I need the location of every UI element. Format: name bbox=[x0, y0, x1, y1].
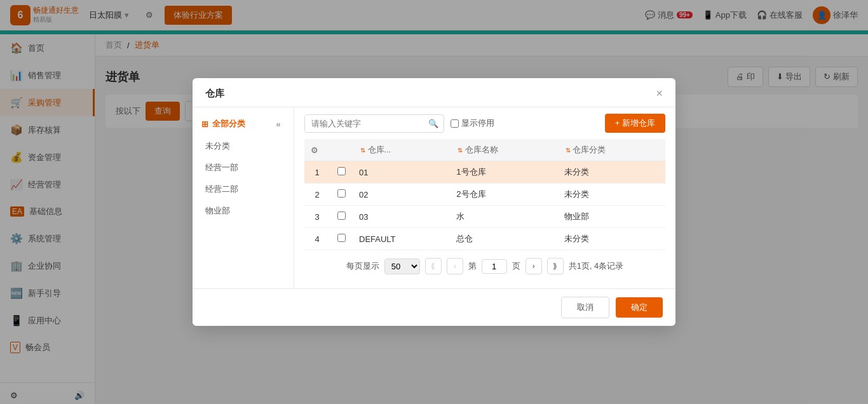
page-size-label: 每页显示 bbox=[346, 260, 379, 272]
row-settings-4: 4 bbox=[304, 228, 330, 250]
category-sidebar: ⊞ 全部分类 « 未分类 经营一部 经营二部 物业部 bbox=[193, 107, 294, 288]
row-checkbox-1[interactable] bbox=[337, 167, 346, 175]
th-code: ⇅ 仓库... bbox=[353, 139, 450, 161]
show-disabled-checkbox[interactable] bbox=[451, 119, 459, 128]
prev-page-button[interactable]: ‹ bbox=[447, 258, 463, 274]
row-settings-1: 1 bbox=[304, 161, 330, 184]
warehouse-table: ⚙ ⇅ 仓库... ⇅ 仓库名称 ⇅ 仓库分类 bbox=[304, 139, 665, 250]
row-checkbox-4[interactable] bbox=[337, 234, 346, 242]
th-name: ⇅ 仓库名称 bbox=[450, 139, 557, 161]
table-body: 1 01 1号仓库 未分类 2 02 2号仓库 bbox=[304, 161, 665, 250]
dialog-close-button[interactable]: × bbox=[656, 87, 663, 100]
table-row[interactable]: 3 03 水 物业部 bbox=[304, 206, 665, 228]
sort-icon-code: ⇅ bbox=[360, 147, 365, 154]
dialog-overlay: 仓库 × ⊞ 全部分类 « 未分类 经营一部 经营二部 物业部 bbox=[0, 0, 868, 404]
all-categories-label: 全部分类 bbox=[212, 118, 245, 130]
th-category: ⇅ 仓库分类 bbox=[558, 139, 665, 161]
category-item-dept1[interactable]: 经营一部 bbox=[193, 157, 294, 178]
row-check-3[interactable] bbox=[330, 206, 353, 228]
page-label: 第 bbox=[468, 260, 477, 272]
page-size-select[interactable]: 50 10 20 100 bbox=[384, 259, 420, 274]
dialog-body: ⊞ 全部分类 « 未分类 经营一部 经营二部 物业部 🔍 bbox=[193, 107, 675, 288]
show-disabled-label[interactable]: 显示停用 bbox=[451, 118, 494, 129]
next-page-button[interactable]: › bbox=[526, 258, 542, 274]
dialog-header: 仓库 × bbox=[193, 78, 675, 107]
total-info: 共1页, 4条记录 bbox=[569, 260, 624, 272]
row-code-1: 01 bbox=[353, 161, 450, 184]
th-settings: ⚙ bbox=[304, 139, 330, 161]
table-header-row: ⚙ ⇅ 仓库... ⇅ 仓库名称 ⇅ 仓库分类 bbox=[304, 139, 665, 161]
row-code-2: 02 bbox=[353, 184, 450, 206]
row-code-3: 03 bbox=[353, 206, 450, 228]
search-input[interactable] bbox=[305, 115, 423, 132]
search-icon[interactable]: 🔍 bbox=[423, 115, 444, 132]
category-item-property[interactable]: 物业部 bbox=[193, 200, 294, 222]
dialog-footer: 取消 确定 bbox=[193, 288, 675, 326]
warehouse-dialog: 仓库 × ⊞ 全部分类 « 未分类 经营一部 经营二部 物业部 bbox=[193, 78, 675, 326]
row-check-1[interactable] bbox=[330, 161, 353, 184]
show-disabled-text: 显示停用 bbox=[461, 118, 494, 129]
row-check-2[interactable] bbox=[330, 184, 353, 206]
all-categories-item[interactable]: ⊞ 全部分类 « bbox=[193, 112, 294, 135]
category-item-dept2[interactable]: 经营二部 bbox=[193, 178, 294, 200]
first-page-button[interactable]: ⟪ bbox=[425, 258, 442, 274]
th-check bbox=[330, 139, 353, 161]
row-name-2: 2号仓库 bbox=[450, 184, 557, 206]
table-header: ⚙ ⇅ 仓库... ⇅ 仓库名称 ⇅ 仓库分类 bbox=[304, 139, 665, 161]
table-toolbar: 🔍 显示停用 + 新增仓库 bbox=[304, 114, 665, 133]
collapse-icon[interactable]: « bbox=[272, 118, 285, 130]
dialog-title: 仓库 bbox=[205, 88, 224, 100]
add-warehouse-button[interactable]: + 新增仓库 bbox=[605, 114, 665, 133]
table-row[interactable]: 1 01 1号仓库 未分类 bbox=[304, 161, 665, 184]
grid-icon: ⊞ bbox=[201, 119, 208, 129]
row-category-1: 未分类 bbox=[558, 161, 665, 184]
table-row[interactable]: 4 DEFAULT 总仓 未分类 bbox=[304, 228, 665, 250]
row-settings-3: 3 bbox=[304, 206, 330, 228]
row-checkbox-2[interactable] bbox=[337, 189, 346, 198]
sort-icon-cat: ⇅ bbox=[566, 147, 571, 154]
last-page-button[interactable]: ⟫ bbox=[547, 258, 564, 274]
table-scroll-container: ⚙ ⇅ 仓库... ⇅ 仓库名称 ⇅ 仓库分类 bbox=[304, 139, 665, 250]
confirm-button[interactable]: 确定 bbox=[616, 297, 663, 318]
category-item-unclassified[interactable]: 未分类 bbox=[193, 135, 294, 157]
row-check-4[interactable] bbox=[330, 228, 353, 250]
row-category-4: 未分类 bbox=[558, 228, 665, 250]
table-row[interactable]: 2 02 2号仓库 未分类 bbox=[304, 184, 665, 206]
pagination: 每页显示 50 10 20 100 ⟪ ‹ 第 页 › ⟫ 共1页, 4条记录 bbox=[304, 250, 665, 282]
row-checkbox-3[interactable] bbox=[337, 212, 346, 220]
row-name-4: 总仓 bbox=[450, 228, 557, 250]
row-name-3: 水 bbox=[450, 206, 557, 228]
table-area: 🔍 显示停用 + 新增仓库 ⚙ bbox=[294, 107, 675, 288]
row-code-4: DEFAULT bbox=[353, 228, 450, 250]
page-suffix: 页 bbox=[512, 260, 520, 272]
row-name-1: 1号仓库 bbox=[450, 161, 557, 184]
search-input-wrap: 🔍 bbox=[304, 114, 444, 133]
page-number-input[interactable] bbox=[482, 259, 507, 274]
row-category-2: 未分类 bbox=[558, 184, 665, 206]
row-category-3: 物业部 bbox=[558, 206, 665, 228]
sort-icon-name: ⇅ bbox=[458, 147, 463, 154]
cancel-button[interactable]: 取消 bbox=[561, 297, 609, 318]
row-settings-2: 2 bbox=[304, 184, 330, 206]
